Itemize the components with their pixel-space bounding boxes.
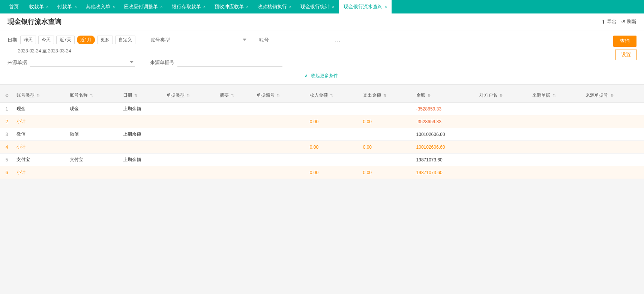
table-row[interactable]: 6小计0.000.0019871073.60	[0, 166, 644, 179]
col-account-type: 账号类型 ⇅	[14, 88, 67, 103]
filter-row-date: 日期 昨天 今天 近7天 近1月 更多 自定义 账号类型	[8, 36, 613, 44]
close-icon[interactable]: ×	[203, 4, 206, 9]
export-button[interactable]: ⬆ 导出	[601, 18, 617, 25]
table-header-row: ⚙ 账号类型 ⇅ 账号名称 ⇅ 日期 ⇅ 单据类型 ⇅ 摘	[0, 88, 644, 103]
col-summary: 摘要 ⇅	[217, 88, 254, 103]
collapse-bar[interactable]: ∧ 收起更多条件	[8, 70, 636, 79]
nav-tab-yingshou[interactable]: 应收应付调整单 ×	[119, 0, 167, 13]
gear-column[interactable]: ⚙	[0, 88, 14, 103]
source-number-label: 来源单据号	[150, 59, 174, 66]
source-label: 来源单据	[8, 59, 27, 66]
filter-area: 日期 昨天 今天 近7天 近1月 更多 自定义 账号类型	[0, 30, 644, 85]
sort-icon[interactable]: ⇅	[330, 93, 333, 97]
page-header: 现金银行流水查询 ⬆ 导出 ↺ 刷新	[0, 13, 644, 30]
nav-tab-fukuan[interactable]: 付款单 ×	[53, 0, 81, 13]
close-icon[interactable]: ×	[160, 4, 162, 9]
col-balance: 余额 ⇅	[413, 88, 476, 103]
top-nav: 首页 收款单 × 付款单 × 其他收入单 × 应收应付调整单 × 银行存取款单 …	[0, 0, 644, 13]
account-label: 账号	[259, 37, 269, 43]
col-expense: 支出金额 ⇅	[360, 88, 413, 103]
sort-icon[interactable]: ⇅	[90, 93, 93, 97]
account-filter-group: 账号 ...	[259, 36, 341, 44]
export-icon: ⬆	[601, 19, 605, 25]
search-button[interactable]: 查询	[613, 36, 636, 47]
col-source-doc: 来源单据 ⇅	[529, 88, 582, 103]
page-title: 现金银行流水查询	[8, 17, 62, 26]
col-date: 日期 ⇅	[120, 88, 164, 103]
nav-home[interactable]: 首页	[3, 0, 25, 13]
table-row[interactable]: 1现金现金上期余额-3528659.33	[0, 103, 644, 115]
filter-right-actions: 查询 设置	[613, 36, 636, 60]
sort-icon[interactable]: ⇅	[37, 93, 40, 97]
col-counterpart: 对方户名 ⇅	[476, 88, 530, 103]
col-account-name: 账号名称 ⇅	[67, 88, 120, 103]
account-type-select[interactable]	[173, 36, 248, 44]
nav-tab-yushou[interactable]: 预收冲应收单 ×	[210, 0, 253, 13]
close-icon[interactable]: ×	[246, 4, 248, 9]
nav-tab-shoukuan[interactable]: 收款单 ×	[25, 0, 53, 13]
source-select[interactable]	[30, 58, 135, 67]
close-icon[interactable]: ×	[113, 4, 115, 9]
account-input[interactable]	[272, 36, 332, 44]
col-source-no: 来源单据号 ⇅	[582, 88, 644, 103]
sort-icon[interactable]: ⇅	[187, 93, 190, 97]
close-icon[interactable]: ×	[289, 4, 291, 9]
sort-icon[interactable]: ⇅	[134, 93, 137, 97]
sort-icon[interactable]: ⇅	[611, 93, 614, 97]
date-btn-custom[interactable]: 自定义	[115, 36, 135, 44]
date-filter-group: 日期 昨天 今天 近7天 近1月 更多 自定义	[8, 36, 135, 44]
nav-tab-liushui[interactable]: 现金银行流水查询 ×	[339, 0, 392, 13]
date-btn-1month[interactable]: 近1月	[77, 36, 95, 44]
filter-row-source: 来源单据 来源单据号	[8, 58, 613, 67]
settings-button[interactable]: 设置	[615, 49, 636, 60]
nav-tab-shoukuan-hexiao[interactable]: 收款核销执行 ×	[253, 0, 296, 13]
account-type-label: 账号类型	[150, 37, 170, 43]
refresh-button[interactable]: ↺ 刷新	[621, 18, 636, 25]
close-icon[interactable]: ×	[385, 4, 387, 9]
date-btn-yesterday[interactable]: 昨天	[20, 36, 36, 44]
date-label: 日期	[8, 37, 17, 43]
close-icon[interactable]: ×	[332, 4, 334, 9]
source-number-input[interactable]	[177, 58, 282, 67]
date-btn-more[interactable]: 更多	[97, 36, 113, 44]
table-container: ⚙ 账号类型 ⇅ 账号名称 ⇅ 日期 ⇅ 单据类型 ⇅ 摘	[0, 88, 644, 179]
source-number-filter-group: 来源单据号	[150, 58, 282, 67]
close-icon[interactable]: ×	[74, 4, 77, 9]
sort-icon[interactable]: ⇅	[500, 93, 503, 97]
table-row[interactable]: 2小计0.000.00-3528659.33	[0, 115, 644, 128]
nav-tab-yinhang[interactable]: 银行存取款单 ×	[167, 0, 210, 13]
close-icon[interactable]: ×	[46, 4, 48, 9]
sort-icon[interactable]: ⇅	[428, 93, 431, 97]
col-income: 收入金额 ⇅	[307, 88, 360, 103]
header-actions: ⬆ 导出 ↺ 刷新	[601, 18, 636, 25]
table-row[interactable]: 3微信微信上期余额100102606.60	[0, 128, 644, 141]
collapse-icon: ∧	[305, 73, 308, 78]
date-btn-7days[interactable]: 近7天	[56, 36, 75, 44]
data-table: ⚙ 账号类型 ⇅ 账号名称 ⇅ 日期 ⇅ 单据类型 ⇅ 摘	[0, 88, 644, 179]
sort-icon[interactable]: ⇅	[553, 93, 556, 97]
sort-icon[interactable]: ⇅	[231, 93, 234, 97]
nav-tab-qita[interactable]: 其他收入单 ×	[81, 0, 119, 13]
sort-icon[interactable]: ⇅	[383, 93, 386, 97]
sort-icon[interactable]: ⇅	[277, 93, 280, 97]
nav-tab-tongji[interactable]: 现金银行统计 ×	[296, 0, 339, 13]
table-row[interactable]: 4小计0.000.00100102606.60	[0, 141, 644, 154]
more-dots[interactable]: ...	[335, 37, 341, 43]
table-row[interactable]: 5支付宝支付宝上期余额19871073.60	[0, 154, 644, 166]
date-range: 2023-02-24 至 2023-03-24	[18, 48, 613, 54]
account-type-filter-group: 账号类型	[150, 36, 248, 44]
col-voucher-no: 单据编号 ⇅	[254, 88, 307, 103]
source-filter-group: 来源单据	[8, 58, 135, 67]
date-btn-today[interactable]: 今天	[38, 36, 54, 44]
col-voucher-type: 单据类型 ⇅	[164, 88, 217, 103]
refresh-icon: ↺	[621, 19, 625, 25]
date-options: 昨天 今天 近7天 近1月 更多 自定义	[20, 36, 135, 44]
